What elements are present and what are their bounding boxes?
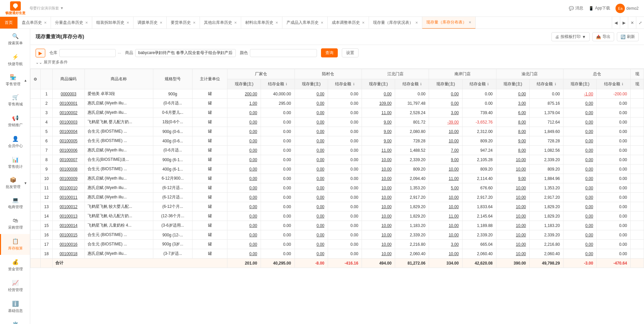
cell-h-stock[interactable]: 0.00 bbox=[294, 118, 328, 127]
cell-settings[interactable] bbox=[31, 146, 41, 155]
cell-yb-stock[interactable]: 0.00 bbox=[496, 89, 529, 99]
cell-h-stock[interactable]: 0.00 bbox=[294, 165, 328, 174]
cell-na-stock[interactable]: 10.00 bbox=[429, 221, 462, 230]
cell-t-stock[interactable]: 0.00 bbox=[564, 212, 597, 221]
cell-f-stock[interactable]: 0.00 bbox=[227, 249, 261, 259]
warehouse-dots[interactable]: ··· bbox=[118, 51, 121, 55]
cell-jb-stock[interactable]: 9.00 bbox=[362, 118, 395, 127]
cell-f-stock[interactable]: 200.00 bbox=[227, 89, 261, 99]
print-btn[interactable]: 🖨 按模板打印 ▼ bbox=[551, 32, 590, 41]
cell-code[interactable]: 00100018 bbox=[53, 249, 85, 259]
cell-h-stock[interactable]: 0.00 bbox=[294, 193, 328, 202]
tab-yaohuo[interactable]: 要货单历史 ✕ bbox=[167, 17, 200, 29]
product-input[interactable] bbox=[135, 49, 236, 57]
cell-yb-stock[interactable]: 10.00 bbox=[496, 193, 529, 202]
sidebar-item-marketing[interactable]: 📢 营销推广 bbox=[0, 111, 30, 132]
tab-qitachu[interactable]: 其他出库单历史 ✕ bbox=[200, 17, 241, 29]
tab-zuzhichai-close[interactable]: ✕ bbox=[126, 21, 129, 25]
cell-code[interactable]: 00100012 bbox=[53, 202, 85, 212]
cell-na-stock[interactable]: 0.00 bbox=[429, 99, 462, 108]
cell-code[interactable]: 00100006 bbox=[53, 146, 85, 155]
cell-t-stock[interactable]: 0.00 bbox=[564, 183, 597, 193]
tab-xiancunfenbu[interactable]: 现存量（库存分布表） ✕ bbox=[422, 17, 476, 29]
sidebar-item-ecom[interactable]: 💻 电商管理 bbox=[0, 193, 30, 214]
cell-code[interactable]: 00100001 bbox=[53, 99, 85, 108]
cell-code[interactable]: 00100008 bbox=[53, 165, 85, 174]
tab-qitachu-close[interactable]: ✕ bbox=[234, 21, 237, 25]
cell-f-stock[interactable]: 0.00 bbox=[227, 146, 261, 155]
tab-home[interactable]: 首页 bbox=[0, 17, 18, 29]
cell-f-stock[interactable]: 0.00 bbox=[227, 183, 261, 193]
cell-na-stock[interactable]: 9.00 bbox=[429, 155, 462, 165]
cell-yb-stock[interactable]: 3.00 bbox=[496, 99, 529, 108]
cell-code[interactable]: 00100009 bbox=[53, 174, 85, 183]
cell-settings[interactable] bbox=[31, 108, 41, 118]
cell-code[interactable]: 00100010 bbox=[53, 183, 85, 193]
cell-jb-stock[interactable]: 10.00 bbox=[362, 212, 395, 221]
cell-h-stock[interactable]: 0.00 bbox=[294, 99, 328, 108]
cell-na-stock[interactable]: 11.00 bbox=[429, 174, 462, 183]
cell-jb-stock[interactable]: 10.00 bbox=[362, 240, 395, 249]
refresh-btn[interactable]: 🔄 刷新 bbox=[617, 32, 639, 41]
cell-code[interactable]: 0000003 bbox=[53, 89, 85, 99]
cell-yb-stock[interactable]: 10.00 bbox=[496, 183, 529, 193]
sidebar-item-wholesale[interactable]: 📦 批发管理 ▼ bbox=[0, 173, 30, 193]
cell-settings[interactable] bbox=[31, 174, 41, 183]
cell-yb-stock[interactable]: 10.00 bbox=[496, 212, 529, 221]
cell-jb-stock[interactable]: 10.00 bbox=[362, 165, 395, 174]
tab-xiancunbiao[interactable]: 现存量（库存状况表） ✕ bbox=[369, 17, 422, 29]
cell-na-stock[interactable]: 11.00 bbox=[429, 212, 462, 221]
tab-zuzhichai[interactable]: 组装拆卸单历史 ✕ bbox=[92, 17, 133, 29]
cell-t-stock[interactable]: 0.00 bbox=[564, 230, 597, 240]
sidebar-item-search[interactable]: 🔍 搜索英单 bbox=[0, 29, 30, 50]
cell-settings[interactable] bbox=[31, 193, 41, 202]
cell-settings[interactable] bbox=[31, 183, 41, 193]
app-download-btn[interactable]: 📱 App下载 bbox=[589, 5, 610, 11]
cell-h-stock[interactable]: 0.00 bbox=[294, 155, 328, 165]
tab-chengpinru-close[interactable]: ✕ bbox=[321, 21, 323, 25]
cell-yb-stock[interactable]: 10.00 bbox=[496, 202, 529, 212]
cell-jb-stock[interactable]: 11.00 bbox=[362, 108, 395, 118]
cell-code[interactable]: 00100016 bbox=[53, 240, 85, 249]
cell-f-stock[interactable]: 1.00 bbox=[227, 99, 261, 108]
cell-na-stock[interactable]: 10.00 bbox=[429, 136, 462, 146]
cell-settings[interactable] bbox=[31, 212, 41, 221]
cell-jb-stock[interactable]: 9.00 bbox=[362, 127, 395, 136]
cell-h-stock[interactable]: 0.00 bbox=[294, 230, 328, 240]
cell-na-stock[interactable]: 3.00 bbox=[429, 108, 462, 118]
cell-f-stock[interactable]: 0.00 bbox=[227, 174, 261, 183]
cell-h-stock[interactable]: 0.00 bbox=[294, 183, 328, 193]
tab-fenpandian[interactable]: 分量盘点单历史 ✕ bbox=[51, 17, 92, 29]
sidebar-item-quicknav[interactable]: ⚡ 快捷导航 bbox=[0, 50, 30, 71]
tab-diaopo-close[interactable]: ✕ bbox=[160, 21, 162, 25]
cell-h-stock[interactable]: 0.00 bbox=[294, 127, 328, 136]
cell-yb-stock[interactable]: 10.00 bbox=[496, 240, 529, 249]
cell-na-stock[interactable]: 10.00 bbox=[429, 127, 462, 136]
cell-jb-stock[interactable]: 10.00 bbox=[362, 202, 395, 212]
cell-code[interactable]: 00100007 bbox=[53, 155, 85, 165]
cell-settings[interactable] bbox=[31, 118, 41, 127]
tab-chengbenstr[interactable]: 成本调整单历史 ✕ bbox=[328, 17, 369, 29]
nav-close-all[interactable]: ✕ bbox=[628, 17, 636, 29]
table-wrapper[interactable]: ⚙ 商品编码 商品名称 规格型号 主计量单位 厂家仓 陌村仓 江北门店 南岸门店… bbox=[30, 69, 644, 324]
th-settings[interactable]: ⚙ bbox=[31, 69, 41, 89]
cell-settings[interactable] bbox=[31, 99, 41, 108]
toggle-arrow[interactable]: ▶ bbox=[36, 49, 45, 57]
cell-na-stock[interactable]: 10.00 bbox=[429, 202, 462, 212]
sidebar-item-shop[interactable]: 🛒 零售商城 bbox=[0, 90, 30, 111]
sidebar-item-retailstat[interactable]: 📊 零售统计 bbox=[0, 152, 30, 173]
cell-code[interactable]: 00100003 bbox=[53, 118, 85, 127]
cell-yb-stock[interactable]: 8.00 bbox=[496, 146, 529, 155]
sidebar-item-system[interactable]: ⚙️ 系统管理 bbox=[0, 317, 30, 324]
cell-settings[interactable] bbox=[31, 240, 41, 249]
cell-h-stock[interactable]: 0.00 bbox=[294, 221, 328, 230]
sidebar-item-member[interactable]: 👤 会员中心 bbox=[0, 132, 30, 152]
cell-jb-stock[interactable]: 0.00 bbox=[362, 89, 395, 99]
tab-xiancunbiao-close[interactable]: ✕ bbox=[415, 21, 418, 25]
cell-na-stock[interactable]: -39.00 bbox=[429, 118, 462, 127]
cell-f-stock[interactable]: 0.00 bbox=[227, 108, 261, 118]
cell-yb-stock[interactable]: 10.00 bbox=[496, 165, 529, 174]
cell-code[interactable]: 00100002 bbox=[53, 108, 85, 118]
cell-na-stock[interactable]: 0.00 bbox=[429, 89, 462, 99]
cell-jb-stock[interactable]: 10.00 bbox=[362, 183, 395, 193]
